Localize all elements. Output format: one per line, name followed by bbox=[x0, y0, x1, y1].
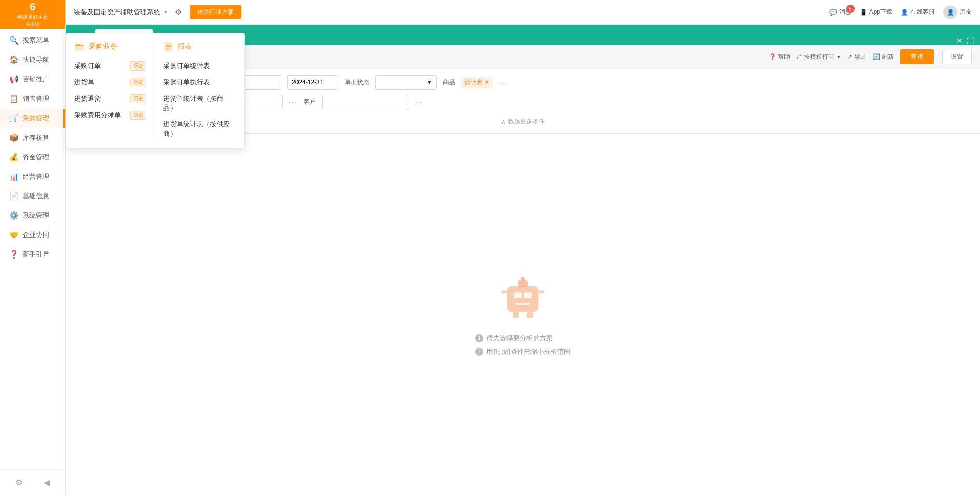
service-icon: 👤 bbox=[901, 9, 908, 16]
history-badge-2: 历史 bbox=[130, 94, 146, 103]
collapse-label: 收起更多条件 bbox=[508, 117, 545, 126]
sidebar-item-enterprise[interactable]: 🤝 企业协同 bbox=[0, 225, 65, 245]
dropdown-item-report-receive-supplier[interactable]: 进货单统计表（按供应商） bbox=[163, 116, 236, 142]
marketing-icon: 📢 bbox=[9, 75, 18, 84]
report-section-icon bbox=[163, 41, 174, 52]
customer-input[interactable] bbox=[322, 95, 408, 109]
svg-rect-4 bbox=[518, 280, 528, 287]
dropdown-report-col: 报表 采购订单统计表 采购订单执行表 进货单统计表（按商品） 进货单统计表（按供… bbox=[155, 39, 244, 142]
app-label: App下载 bbox=[869, 8, 892, 16]
refresh-btn[interactable]: 🔄 刷新 bbox=[872, 53, 894, 61]
finance-icon: 💰 bbox=[9, 153, 18, 162]
dropdown-item-report-order-exec[interactable]: 采购订单执行表 bbox=[163, 74, 236, 91]
empty-tips: 1 请先选择要分析的方案 2 用[过滤]条件来缩小分析范围 bbox=[475, 332, 570, 358]
goods-tag: 设计素 ✕ bbox=[461, 77, 493, 88]
settings-btn[interactable]: 设置 bbox=[942, 50, 972, 64]
message-btn[interactable]: 💬 消息 5 bbox=[829, 8, 851, 16]
home-icon: 🏠 bbox=[9, 55, 18, 64]
collapse-icon: ∧ bbox=[501, 118, 506, 125]
system-title-btn[interactable]: 装备及固定资产辅助管理系统 ▼ bbox=[74, 8, 168, 17]
report-receive-goods-label: 进货单统计表（按商品） bbox=[163, 94, 236, 113]
goods-tag-close[interactable]: ✕ bbox=[484, 79, 489, 86]
settings-footer-btn[interactable]: ⚙ bbox=[15, 478, 23, 487]
sidebar-logo[interactable]: 6 畅捷通好生意 标准版 bbox=[0, 0, 65, 29]
dropdown-item-report-order-stat[interactable]: 采购订单统计表 bbox=[163, 58, 236, 74]
dropdown-item-report-receive-goods[interactable]: 进货单统计表（按商品） bbox=[163, 91, 236, 116]
user-btn[interactable]: 👤 用友 bbox=[943, 5, 972, 19]
inventory-icon: 📦 bbox=[9, 133, 18, 142]
history-badge-0: 历史 bbox=[130, 61, 146, 71]
history-badge-3: 历史 bbox=[130, 111, 146, 120]
goods-tag-value: 设计素 bbox=[464, 78, 483, 87]
export-icon: ↗ bbox=[847, 53, 853, 60]
operation-icon: 📊 bbox=[9, 172, 18, 181]
help-btn[interactable]: ❓ 帮助 bbox=[769, 53, 790, 61]
print-btn[interactable]: 🖨 按模板打印 ▼ bbox=[796, 53, 841, 61]
print-arrow-icon: ▼ bbox=[836, 54, 841, 60]
refresh-label: 刷新 bbox=[882, 53, 894, 61]
export-label: 导出 bbox=[854, 53, 866, 61]
query-btn[interactable]: 查询 bbox=[900, 49, 934, 64]
search-icon: 🔍 bbox=[9, 36, 18, 45]
message-icon: 💬 bbox=[829, 9, 837, 16]
dropdown-item-purchase-expense[interactable]: 采购费用分摊单 历史 bbox=[74, 107, 146, 123]
date-end-input[interactable] bbox=[287, 75, 338, 90]
dropdown-menu: 采购业务 采购订单 历史 进货单 历史 进货退货 历史 采购费用分摊单 历史 bbox=[66, 33, 245, 148]
svg-point-11 bbox=[77, 44, 78, 45]
svg-rect-7 bbox=[538, 290, 544, 293]
sidebar-item-label: 采购管理 bbox=[23, 114, 49, 123]
close-window-btn[interactable]: ✕ bbox=[956, 37, 963, 45]
goods-more-btn[interactable]: ··· bbox=[499, 79, 507, 87]
help-label: 帮助 bbox=[778, 53, 790, 61]
customer-more-btn[interactable]: ··· bbox=[414, 98, 423, 106]
purchase-section-label: 采购业务 bbox=[89, 42, 117, 51]
sidebar-item-marketing[interactable]: 📢 营销推广 bbox=[0, 70, 65, 89]
guide-icon: ❓ bbox=[9, 250, 18, 259]
svg-rect-9 bbox=[527, 312, 533, 318]
sidebar-item-inventory[interactable]: 📦 库存核算 bbox=[0, 128, 65, 147]
trial-btn[interactable]: 体验行业方案 bbox=[190, 5, 241, 19]
dropdown-grid: 采购业务 采购订单 历史 进货单 历史 进货退货 历史 采购费用分摊单 历史 bbox=[66, 39, 244, 142]
dropdown-item-purchase-return[interactable]: 进货退货 历史 bbox=[74, 91, 146, 107]
sidebar-item-quick-nav[interactable]: 🏠 快捷导航 bbox=[0, 50, 65, 70]
sidebar-nav: 🔍 搜索菜单 🏠 快捷导航 📢 营销推广 📋 销售管理 🛒 采购管理 📦 bbox=[0, 29, 65, 469]
sidebar-item-sales[interactable]: 📋 销售管理 bbox=[0, 89, 65, 109]
sidebar-item-search[interactable]: 🔍 搜索菜单 bbox=[0, 31, 65, 50]
tip-text-1: 请先选择要分析的方案 bbox=[486, 332, 553, 345]
empty-state: 1 请先选择要分析的方案 2 用[过滤]条件来缩小分析范围 bbox=[66, 134, 980, 495]
svg-rect-0 bbox=[507, 286, 538, 312]
topbar-settings-btn[interactable]: ⚙ bbox=[175, 7, 182, 17]
online-service-btn[interactable]: 👤 在线客服 bbox=[901, 8, 935, 16]
dropdown-arrow-icon: ▼ bbox=[163, 9, 168, 15]
purchase-return-label: 进货退货 bbox=[74, 94, 101, 103]
sidebar-item-label: 搜索菜单 bbox=[23, 36, 49, 45]
sidebar-item-guide[interactable]: ❓ 新手引导 bbox=[0, 245, 65, 264]
sidebar-item-base-info[interactable]: 📄 基础信息 bbox=[0, 186, 65, 206]
status-select[interactable]: ▼ bbox=[375, 75, 437, 90]
report-section-label: 报表 bbox=[178, 42, 192, 51]
collapse-sidebar-btn[interactable]: ◀ bbox=[44, 478, 50, 487]
base-info-icon: 📄 bbox=[9, 191, 18, 201]
fullscreen-btn[interactable]: ⛶ bbox=[967, 37, 974, 45]
sidebar-item-operation[interactable]: 📊 经营管理 bbox=[0, 167, 65, 186]
purchase-order-label: 采购订单 bbox=[74, 61, 101, 71]
sidebar-item-label: 经营管理 bbox=[23, 172, 49, 181]
sidebar-item-finance[interactable]: 💰 资金管理 bbox=[0, 147, 65, 167]
sidebar-item-label: 营销推广 bbox=[23, 75, 49, 84]
dropdown-item-purchase-order[interactable]: 采购订单 历史 bbox=[74, 58, 146, 74]
sidebar-item-label: 新手引导 bbox=[23, 250, 49, 259]
salesperson-more-btn[interactable]: ··· bbox=[289, 98, 297, 106]
enterprise-icon: 🤝 bbox=[9, 230, 18, 240]
date-separator: - bbox=[283, 79, 285, 87]
report-section-title: 报表 bbox=[163, 39, 236, 54]
empty-tip-2: 2 用[过滤]条件来缩小分析范围 bbox=[475, 345, 570, 358]
customer-filter-label: 客户 bbox=[304, 98, 316, 106]
sidebar-item-system[interactable]: ⚙️ 系统管理 bbox=[0, 206, 65, 225]
report-order-exec-label: 采购订单执行表 bbox=[163, 78, 210, 87]
svg-rect-6 bbox=[501, 290, 507, 293]
sidebar-item-purchase[interactable]: 🛒 采购管理 bbox=[0, 109, 65, 128]
app-download-btn[interactable]: 📱 App下载 bbox=[860, 8, 892, 16]
export-btn[interactable]: ↗ 导出 bbox=[847, 53, 866, 61]
dropdown-item-purchase-receive[interactable]: 进货单 历史 bbox=[74, 74, 146, 91]
sidebar-item-label: 快捷导航 bbox=[23, 55, 49, 64]
